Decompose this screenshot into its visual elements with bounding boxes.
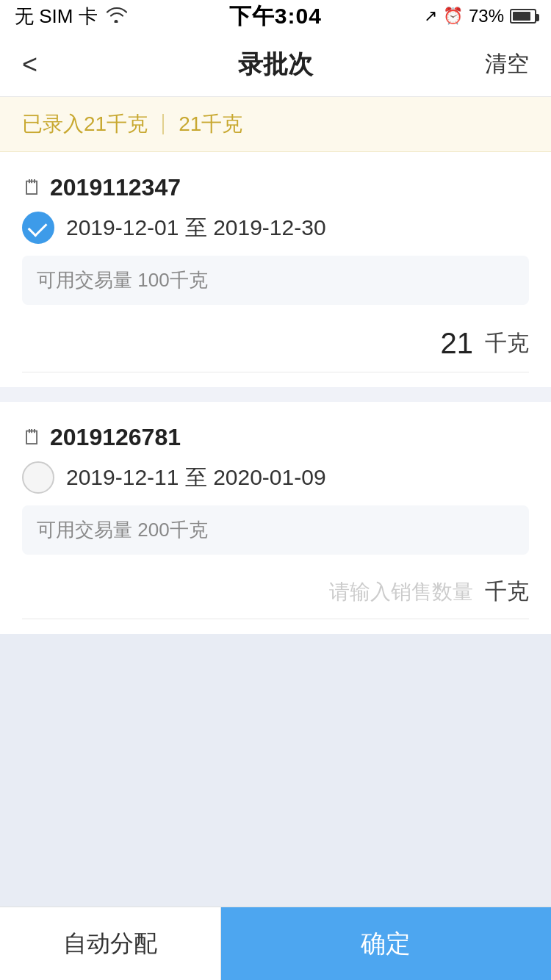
summary-divider bbox=[162, 114, 164, 134]
clear-button[interactable]: 清空 bbox=[485, 49, 529, 79]
confirm-button[interactable]: 确定 bbox=[221, 907, 551, 980]
card2-date-row[interactable]: 2019-12-11 至 2020-01-09 bbox=[22, 461, 529, 494]
card2-unit: 千克 bbox=[485, 577, 529, 607]
card-divider-1 bbox=[0, 387, 551, 402]
wifi-icon bbox=[105, 5, 127, 28]
batch-card-1: 🗒 2019112347 2019-12-01 至 2019-12-30 可用交… bbox=[0, 152, 551, 387]
card1-available: 可用交易量 100千克 bbox=[22, 256, 529, 305]
card1-quantity-row: 21 千克 bbox=[22, 320, 529, 372]
card2-header: 🗒 2019126781 bbox=[22, 424, 529, 451]
card2-input-placeholder[interactable]: 请输入销售数量 bbox=[329, 578, 473, 606]
batch-card-2: 🗒 2019126781 2019-12-11 至 2020-01-09 可用交… bbox=[0, 402, 551, 634]
battery-text: 73% bbox=[469, 6, 504, 26]
nav-bar: < 录批次 清空 bbox=[0, 32, 551, 97]
battery-icon bbox=[510, 9, 536, 24]
card2-available: 可用交易量 200千克 bbox=[22, 505, 529, 555]
footer: 自动分配 确定 bbox=[0, 907, 551, 980]
card1-unit: 千克 bbox=[485, 328, 529, 359]
card1-quantity-value[interactable]: 21 bbox=[441, 327, 474, 360]
page-title: 录批次 bbox=[238, 48, 313, 82]
card1-date: 2019-12-01 至 2019-12-30 bbox=[66, 213, 326, 243]
content-wrap: 已录入21千克 21千克 🗒 2019112347 2019-12-01 至 2… bbox=[0, 97, 551, 980]
summary-bar: 已录入21千克 21千克 bbox=[0, 97, 551, 152]
auto-distribute-button[interactable]: 自动分配 bbox=[0, 907, 221, 980]
alarm-icon: ⏰ bbox=[443, 7, 463, 26]
back-button[interactable]: < bbox=[22, 49, 66, 80]
card2-id: 2019126781 bbox=[50, 424, 181, 451]
status-right: ↗ ⏰ 73% bbox=[424, 6, 536, 26]
status-left: 无 SIM 卡 bbox=[15, 4, 127, 29]
card2-quantity-row: 请输入销售数量 千克 bbox=[22, 569, 529, 619]
summary-amount: 21千克 bbox=[179, 110, 242, 138]
card2-icon: 🗒 bbox=[22, 425, 43, 450]
card1-header: 🗒 2019112347 bbox=[22, 174, 529, 201]
location-icon: ↗ bbox=[424, 7, 437, 26]
card1-id: 2019112347 bbox=[50, 174, 181, 201]
summary-label: 已录入21千克 bbox=[22, 110, 148, 138]
card2-date: 2019-12-11 至 2020-01-09 bbox=[66, 463, 326, 493]
card2-radio[interactable] bbox=[22, 461, 54, 494]
card1-icon: 🗒 bbox=[22, 176, 43, 200]
carrier-text: 无 SIM 卡 bbox=[15, 4, 98, 29]
card1-radio[interactable] bbox=[22, 212, 54, 244]
card1-date-row[interactable]: 2019-12-01 至 2019-12-30 bbox=[22, 212, 529, 244]
status-bar: 无 SIM 卡 下午3:04 ↗ ⏰ 73% bbox=[0, 0, 551, 32]
status-time: 下午3:04 bbox=[229, 1, 322, 32]
